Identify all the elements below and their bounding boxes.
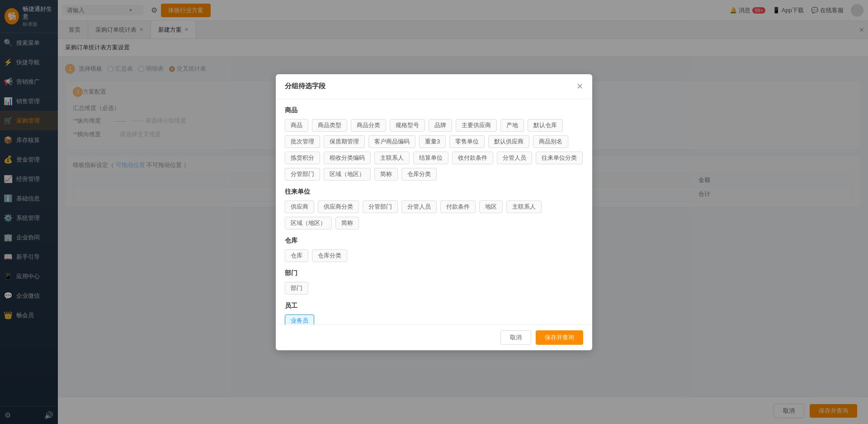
dialog-section-employee: 员工业务员 [285,302,583,324]
tag-item-product-19[interactable]: 收付款条件 [452,152,493,164]
tag-item-product-25[interactable]: 仓库分类 [401,168,437,181]
tag-item-product-23[interactable]: 区域（地区） [324,168,371,181]
tag-grid-department: 部门 [285,282,583,295]
tag-item-product-11[interactable]: 重量3 [419,135,446,148]
tag-item-product-14[interactable]: 商品别名 [533,135,568,148]
tag-item-contact-5[interactable]: 地区 [479,200,503,213]
field-select-dialog: 分组待选字段 ✕ 商品商品商品类型商品分类规格型号品牌主要供应商产地默认仓库批次… [276,74,592,350]
tag-item-product-8[interactable]: 批次管理 [285,135,320,148]
tag-item-product-16[interactable]: 税收分类编码 [324,152,371,164]
dialog-overlay: 分组待选字段 ✕ 商品商品商品类型商品分类规格型号品牌主要供应商产地默认仓库批次… [0,0,868,424]
tag-grid-product: 商品商品类型商品分类规格型号品牌主要供应商产地默认仓库批次管理保质期管理客户商品… [285,119,583,181]
tag-item-product-15[interactable]: 拣货积分 [285,152,320,164]
tag-item-contact-4[interactable]: 付款条件 [440,200,476,213]
tag-grid-warehouse: 仓库仓库分类 [285,249,583,262]
dialog-section-contact: 往来单位供应商供应商分类分管部门分管人员付款条件地区主联系人区域（地区）简称 [285,188,583,229]
dialog-section-warehouse: 仓库仓库仓库分类 [285,237,583,262]
dialog-header: 分组待选字段 ✕ [276,74,592,99]
tag-item-contact-8[interactable]: 简称 [335,217,359,229]
tag-item-product-6[interactable]: 产地 [500,119,524,132]
tag-grid-employee: 业务员 [285,314,583,324]
tag-item-product-13[interactable]: 默认供应商 [488,135,529,148]
dialog-section-product: 商品商品商品类型商品分类规格型号品牌主要供应商产地默认仓库批次管理保质期管理客户… [285,106,583,181]
tag-item-contact-7[interactable]: 区域（地区） [285,217,332,229]
tag-item-product-2[interactable]: 商品分类 [351,119,386,132]
tag-item-product-22[interactable]: 分管部门 [285,168,320,181]
tag-item-product-5[interactable]: 主要供应商 [456,119,497,132]
tag-item-product-12[interactable]: 零售单位 [449,135,485,148]
dialog-confirm-btn[interactable]: 保存并查询 [536,330,583,345]
tag-item-contact-2[interactable]: 分管部门 [363,200,398,213]
dialog-section-title-product: 商品 [285,106,583,114]
tag-item-contact-3[interactable]: 分管人员 [401,200,437,213]
dialog-section-title-warehouse: 仓库 [285,237,583,245]
tag-item-contact-1[interactable]: 供应商分类 [318,200,359,213]
dialog-section-title-department: 部门 [285,269,583,277]
tag-item-employee-0[interactable]: 业务员 [285,314,314,324]
tag-item-warehouse-1[interactable]: 仓库分类 [312,249,347,262]
tag-item-product-3[interactable]: 规格型号 [390,119,425,132]
tag-item-warehouse-0[interactable]: 仓库 [285,249,308,262]
dialog-close-icon[interactable]: ✕ [576,81,583,91]
tag-item-product-9[interactable]: 保质期管理 [324,135,365,148]
tag-item-product-7[interactable]: 默认仓库 [528,119,563,132]
tag-item-contact-0[interactable]: 供应商 [285,200,314,213]
dialog-section-title-contact: 往来单位 [285,188,583,196]
dialog-footer: 取消 保存并查询 [276,324,592,350]
tag-item-product-0[interactable]: 商品 [285,119,308,132]
dialog-body: 商品商品商品类型商品分类规格型号品牌主要供应商产地默认仓库批次管理保质期管理客户… [276,99,592,324]
tag-item-product-20[interactable]: 分管人员 [497,152,532,164]
tag-item-product-24[interactable]: 简称 [374,168,398,181]
tag-item-product-21[interactable]: 往来单位分类 [536,152,583,164]
tag-item-department-0[interactable]: 部门 [285,282,308,295]
dialog-section-department: 部门部门 [285,269,583,295]
dialog-section-title-employee: 员工 [285,302,583,310]
dialog-cancel-btn[interactable]: 取消 [500,330,531,345]
tag-item-product-10[interactable]: 客户商品编码 [368,135,415,148]
tag-item-contact-6[interactable]: 主联系人 [506,200,542,213]
tag-grid-contact: 供应商供应商分类分管部门分管人员付款条件地区主联系人区域（地区）简称 [285,200,583,229]
tag-item-product-1[interactable]: 商品类型 [312,119,347,132]
tag-item-product-17[interactable]: 主联系人 [374,152,410,164]
dialog-title: 分组待选字段 [285,82,326,91]
tag-item-product-18[interactable]: 结算单位 [413,152,448,164]
tag-item-product-4[interactable]: 品牌 [429,119,452,132]
